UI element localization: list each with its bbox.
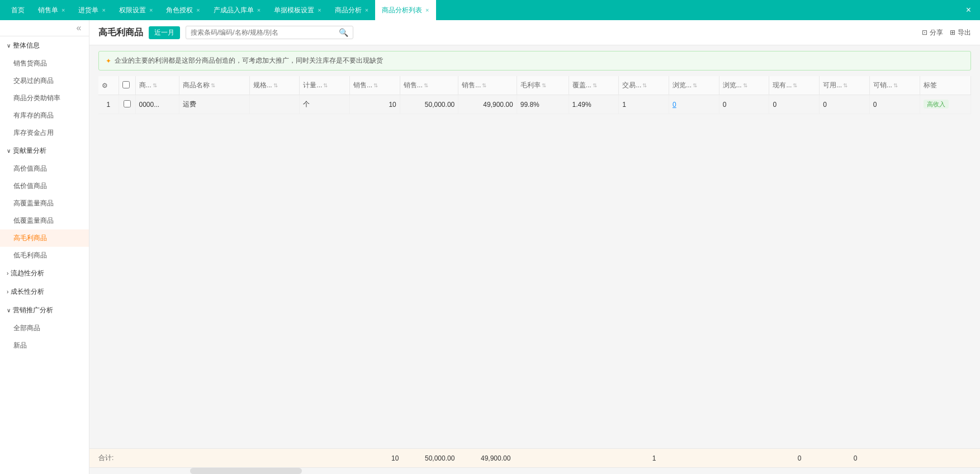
table-footer: 合计: 10 50,000.00 49,900.00 1 0 0 <box>89 448 980 467</box>
sort-icon-gross-margin: ⇅ <box>542 82 546 88</box>
nav-permissions[interactable]: 权限设置 × <box>112 0 159 20</box>
sidebar-collapse-button[interactable]: « <box>73 22 84 34</box>
cell-browse1[interactable]: 0 <box>669 95 719 114</box>
sort-icon-unit: ⇅ <box>323 82 328 88</box>
cell-coverage: 1.49% <box>569 95 619 114</box>
cell-sale-cost: 49,900.00 <box>458 95 517 114</box>
cell-checkbox[interactable] <box>119 95 135 114</box>
group-marketing-arrow: ∨ <box>7 307 11 313</box>
close-permissions[interactable]: × <box>149 7 153 13</box>
sort-icon-sale-cost: ⇅ <box>482 82 486 88</box>
sidebar-group-marketing[interactable]: ∨ 营销推广分析 <box>0 301 89 320</box>
search-icon[interactable]: 🔍 <box>339 28 348 37</box>
content-area: 高毛利商品 近一月 🔍 ⊡ 分享 ⊞ 导出 ✦ 企业的主要的利润都是这部分商品创… <box>89 20 980 474</box>
close-purchase-order[interactable]: × <box>102 7 105 13</box>
cell-sale-stock: 0 <box>869 95 920 114</box>
info-banner: ✦ 企业的主要的利润都是这部分商品创造的，可考虑加大推广，同时关注库存是不要出现… <box>98 51 971 71</box>
footer-current-stock: 0 <box>756 454 801 462</box>
col-avail-stock[interactable]: 可用... ⇅ <box>820 76 870 95</box>
header-actions: ⊡ 分享 ⊞ 导出 <box>922 28 971 37</box>
col-checkbox[interactable] <box>119 76 135 95</box>
sidebar-item-stock-capital[interactable]: 库存资金占用 <box>0 124 89 142</box>
nav-product-analysis-list[interactable]: 商品分析列表 × <box>375 0 435 20</box>
cell-code: 0000... <box>135 95 179 114</box>
col-gross-margin[interactable]: 毛利率 ⇅ <box>517 76 569 95</box>
nav-template-settings[interactable]: 单据模板设置 × <box>267 0 328 20</box>
sort-icon-browse1: ⇅ <box>693 82 697 88</box>
sidebar-item-category-rate[interactable]: 商品分类助销率 <box>0 90 89 107</box>
sidebar-item-new-goods[interactable]: 新品 <box>0 337 89 354</box>
sidebar-item-low-value[interactable]: 低价值商品 <box>0 177 89 195</box>
nav-purchase-order[interactable]: 进货单 × <box>72 0 112 20</box>
sidebar-group-trend[interactable]: › 流趋性分析 <box>0 264 89 283</box>
group-trend-arrow: › <box>7 270 8 276</box>
top-navigation: 首页 销售单 × 进货单 × 权限设置 × 角色授权 × 产成品入库单 × 单据… <box>0 0 980 20</box>
col-spec[interactable]: 规格... ⇅ <box>249 76 300 95</box>
search-input[interactable] <box>191 29 339 36</box>
table-container[interactable]: ⚙ 商... ⇅ 商品名称 <box>89 76 980 448</box>
sidebar-item-traded-goods[interactable]: 交易过的商品 <box>0 72 89 90</box>
close-window-button[interactable]: × <box>962 5 976 15</box>
col-trade-count[interactable]: 交易... ⇅ <box>619 76 669 95</box>
sidebar-group-contribution[interactable]: ∨ 贡献量分析 <box>0 142 89 160</box>
sort-icon-name: ⇅ <box>211 82 215 88</box>
nav-product-analysis[interactable]: 商品分析 × <box>328 0 375 20</box>
close-sales-order[interactable]: × <box>61 7 65 13</box>
sidebar-item-low-coverage[interactable]: 低覆盖量商品 <box>0 212 89 229</box>
cell-spec <box>249 95 300 114</box>
sidebar-item-in-stock-goods[interactable]: 有库存的商品 <box>0 107 89 124</box>
nav-role-auth[interactable]: 角色授权 × <box>159 0 206 20</box>
close-template-settings[interactable]: × <box>318 7 321 13</box>
info-icon: ✦ <box>106 57 111 65</box>
col-browse2[interactable]: 浏览... ⇅ <box>719 76 769 95</box>
share-button[interactable]: ⊡ 分享 <box>922 28 943 37</box>
cell-gross-margin: 99.8% <box>517 95 569 114</box>
sidebar-item-sale-goods[interactable]: 销售货商品 <box>0 55 89 72</box>
sort-icon-sale-qty: ⇅ <box>373 82 378 88</box>
share-icon: ⊡ <box>922 29 927 36</box>
group-overall-arrow: ∨ <box>7 43 11 49</box>
sidebar-item-high-coverage[interactable]: 高覆盖量商品 <box>0 195 89 212</box>
col-unit[interactable]: 计量... ⇅ <box>300 76 350 95</box>
sidebar-item-all-goods[interactable]: 全部商品 <box>0 320 89 337</box>
footer-sale-qty: 10 <box>354 454 399 462</box>
sidebar-item-high-margin[interactable]: 高毛利商品 <box>0 229 89 247</box>
content-header: 高毛利商品 近一月 🔍 ⊡ 分享 ⊞ 导出 <box>89 20 980 45</box>
col-sale-stock[interactable]: 可销... ⇅ <box>869 76 920 95</box>
sort-icon-current-stock: ⇅ <box>793 82 797 88</box>
sidebar-group-overall[interactable]: ∨ 整体信息 <box>0 36 89 55</box>
sort-icon: ⇅ <box>153 82 157 88</box>
col-code[interactable]: 商... ⇅ <box>135 76 179 95</box>
close-product-analysis-list[interactable]: × <box>425 7 429 13</box>
nav-sales-order[interactable]: 销售单 × <box>31 0 72 20</box>
nav-product-stock[interactable]: 产成品入库单 × <box>207 0 267 20</box>
sidebar-item-high-value[interactable]: 高价值商品 <box>0 160 89 177</box>
recent-month-button[interactable]: 近一月 <box>149 26 180 39</box>
footer-avail-stock: 0 <box>812 454 857 462</box>
col-browse1[interactable]: 浏览... ⇅ <box>669 76 719 95</box>
cell-browse2: 0 <box>719 95 769 114</box>
col-settings[interactable]: ⚙ <box>98 76 119 95</box>
table-header-row: ⚙ 商... ⇅ 商品名称 <box>98 76 971 95</box>
select-all-checkbox[interactable] <box>122 81 130 88</box>
main-layout: « ∨ 整体信息 销售货商品 交易过的商品 商品分类助销率 有库存的商品 库存资… <box>0 20 980 474</box>
col-name[interactable]: 商品名称 ⇅ <box>179 76 249 95</box>
close-role-auth[interactable]: × <box>196 7 200 13</box>
col-sale-qty[interactable]: 销售... ⇅ <box>350 76 400 95</box>
close-product-analysis[interactable]: × <box>365 7 368 13</box>
export-button[interactable]: ⊞ 导出 <box>950 28 971 37</box>
cell-rownum: 1 <box>98 95 119 114</box>
col-sale-amt[interactable]: 销售... ⇅ <box>400 76 458 95</box>
col-tag[interactable]: 标签 <box>920 76 970 95</box>
col-current-stock[interactable]: 现有... ⇅ <box>769 76 820 95</box>
row-checkbox[interactable] <box>124 100 131 107</box>
sort-icon-spec: ⇅ <box>273 82 278 88</box>
sidebar-group-growth[interactable]: › 成长性分析 <box>0 283 89 301</box>
nav-home[interactable]: 首页 <box>4 0 31 20</box>
col-coverage[interactable]: 覆盖... ⇅ <box>569 76 619 95</box>
settings-icon[interactable]: ⚙ <box>102 82 108 90</box>
horizontal-scrollbar[interactable] <box>89 467 980 474</box>
col-sale-cost[interactable]: 销售... ⇅ <box>458 76 517 95</box>
sidebar-item-low-margin[interactable]: 低毛利商品 <box>0 247 89 264</box>
close-product-stock[interactable]: × <box>257 7 261 13</box>
